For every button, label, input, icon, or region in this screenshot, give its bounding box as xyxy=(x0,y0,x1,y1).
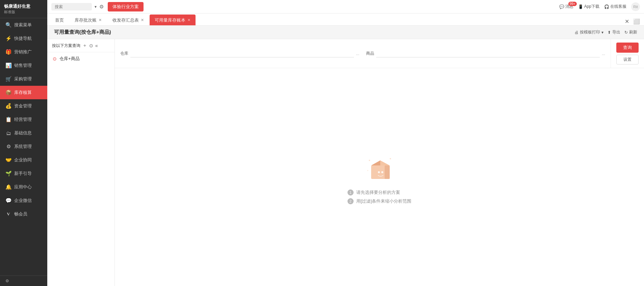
sidebar-item-label: 营销推广 xyxy=(14,49,32,55)
topbar-gear-icon[interactable]: ⚙ xyxy=(99,4,104,10)
export-label: 导出 xyxy=(612,29,620,35)
tab-batch-close[interactable]: ✕ xyxy=(99,18,102,22)
sidebar-item-marketing[interactable]: 🎁 营销推广 xyxy=(0,45,47,59)
print-dropdown-icon[interactable]: ▾ xyxy=(601,30,603,35)
inventory-icon: 📦 xyxy=(5,89,11,96)
sidebar-item-label: 采购管理 xyxy=(14,76,32,82)
sidebar-item-label: 新手引导 xyxy=(14,171,32,177)
warehouse-input[interactable] xyxy=(130,50,354,57)
svg-point-7 xyxy=(390,158,391,159)
sidebar-logo: 畅康通好生意 标准版 xyxy=(0,0,47,18)
tabs-bar: 首页 库存批次账 ✕ 收发存汇总表 ✕ 可用量库存账本 ✕ ✕ ⬜ xyxy=(47,14,644,26)
tab-batch[interactable]: 库存批次账 ✕ xyxy=(70,15,107,25)
warehouse-more-btn[interactable]: ... xyxy=(356,51,359,56)
tab-home[interactable]: 首页 xyxy=(50,15,69,25)
topbar-dropdown-btn[interactable]: ▾ xyxy=(95,4,97,9)
messages-badge: 99+ xyxy=(568,2,577,6)
sidebar-item-inventory[interactable]: 📦 库存核算 xyxy=(0,86,47,99)
tab-available-label: 可用量库存账本 xyxy=(155,17,185,23)
export-icon: ⬆ xyxy=(608,30,611,35)
gear-icon: ⚙ xyxy=(5,144,11,150)
tab-summary-close[interactable]: ✕ xyxy=(141,18,144,22)
sidebar-item-purchase[interactable]: 🛒 采购管理 xyxy=(0,72,47,86)
tab-summary-label: 收发存汇总表 xyxy=(112,17,139,23)
scheme-label: 仓库+商品 xyxy=(59,56,80,62)
sidebar-item-shortcut[interactable]: ⚡ 快捷导航 xyxy=(0,32,47,45)
page-header-actions: 🖨 按模板打印 ▾ ⬆ 导出 ↻ 刷新 xyxy=(574,29,637,35)
svg-point-6 xyxy=(369,160,370,161)
export-action[interactable]: ⬆ 导出 xyxy=(608,29,620,35)
sidebar-item-wechat[interactable]: 💬 企业微信 xyxy=(0,194,47,207)
messages-link[interactable]: 💬 消息 99+ xyxy=(559,4,573,9)
sidebar-item-app[interactable]: 🔔 应用中心 xyxy=(0,180,47,194)
phone-icon: 📱 xyxy=(578,4,583,9)
trial-button[interactable]: 体验行业方案 xyxy=(108,2,144,11)
query-button[interactable]: 查询 xyxy=(616,43,639,53)
warehouse-label: 仓库 xyxy=(120,51,128,56)
handshake-icon: 🤝 xyxy=(5,157,11,163)
chart-icon: 📊 xyxy=(5,62,11,69)
page-header: 可用量查询(按仓库+商品) 🖨 按模板打印 ▾ ⬆ 导出 ↻ 刷新 xyxy=(47,26,644,39)
product-more-btn[interactable]: ... xyxy=(602,51,605,56)
folder-icon: 🗂 xyxy=(5,130,11,136)
sidebar-item-finance[interactable]: 💰 资金管理 xyxy=(0,99,47,113)
scheme-warehouse-product[interactable]: ⊙ 仓库+商品 xyxy=(47,52,114,65)
user-avatar[interactable]: Rit xyxy=(631,2,640,11)
empty-illustration xyxy=(363,150,396,184)
main-area: ▾ ⚙ 体验行业方案 💬 消息 99+ 📱 App下载 🎧 在线客服 Rit xyxy=(47,0,644,286)
shortcut-icon: ⚡ xyxy=(5,35,11,42)
maximize-tab-button[interactable]: ⬜ xyxy=(632,18,641,25)
settings-scheme-icon[interactable]: ⊙ xyxy=(89,43,93,48)
sidebar-item-label: 快捷导航 xyxy=(14,35,32,42)
sidebar-bottom[interactable]: ⚙ xyxy=(0,276,47,286)
hint-num-1: 1 xyxy=(347,189,354,196)
chat-icon: 💬 xyxy=(5,198,11,204)
svg-point-8 xyxy=(367,170,368,171)
product-filter-field: 商品 ... xyxy=(366,50,605,57)
settings-icon: ⚙ xyxy=(5,279,9,283)
sidebar-item-system[interactable]: ⚙ 系统管理 xyxy=(0,140,47,153)
filter-panel-title: 按以下方案查询 xyxy=(52,43,80,49)
print-label: 按模板打印 xyxy=(580,29,600,35)
sidebar-item-search[interactable]: 🔍 搜索菜单 xyxy=(0,18,47,32)
svg-marker-2 xyxy=(380,160,390,165)
money-icon: 💰 xyxy=(5,103,11,109)
empty-hint-2: 2 用[过滤]条件来缩小分析范围 xyxy=(347,198,411,204)
headset-icon: 🎧 xyxy=(604,4,609,9)
search-input[interactable] xyxy=(51,3,92,10)
refresh-action[interactable]: ↻ 刷新 xyxy=(624,29,637,35)
hint-num-2: 2 xyxy=(347,198,354,204)
tab-summary[interactable]: 收发存汇总表 ✕ xyxy=(107,15,149,25)
app-download-link[interactable]: 📱 App下载 xyxy=(578,4,599,9)
close-tab-button[interactable]: ✕ xyxy=(623,18,630,25)
add-scheme-icon[interactable]: ＋ xyxy=(82,43,87,49)
filters-row-fields: 仓库 ... 商品 ... xyxy=(115,39,611,68)
sidebar-item-label: 搜索菜单 xyxy=(14,22,32,28)
print-action[interactable]: 🖨 按模板打印 ▾ xyxy=(574,29,603,35)
filters-row: 仓库 ... 商品 ... 查询 设置 xyxy=(115,39,644,68)
empty-hints: 1 请先选择要分析的方案 2 用[过滤]条件来缩小分析范围 xyxy=(347,189,411,204)
collapse-panel-icon[interactable]: « xyxy=(95,43,98,48)
plant-icon: 🌱 xyxy=(5,171,11,177)
svg-marker-1 xyxy=(371,160,380,165)
sidebar-item-label: 基础信息 xyxy=(14,130,32,136)
sidebar-item-label: 经营管理 xyxy=(14,116,32,123)
sidebar-item-enterprise[interactable]: 🤝 企业协同 xyxy=(0,153,47,167)
online-service-link[interactable]: 🎧 在线客服 xyxy=(604,4,626,9)
sidebar-item-basic[interactable]: 🗂 基础信息 xyxy=(0,126,47,140)
online-service-label: 在线客服 xyxy=(610,4,626,9)
sidebar-item-member[interactable]: V 畅会员 xyxy=(0,207,47,221)
sidebar-item-label: 资金管理 xyxy=(14,103,32,109)
tab-available[interactable]: 可用量库存账本 ✕ xyxy=(150,15,196,25)
empty-hint-1: 1 请先选择要分析的方案 xyxy=(347,189,411,196)
tabs-right-controls: ✕ ⬜ xyxy=(623,18,641,25)
tab-available-close[interactable]: ✕ xyxy=(187,18,190,22)
sidebar-item-sales[interactable]: 📊 销售管理 xyxy=(0,59,47,72)
svg-point-5 xyxy=(381,171,383,173)
hint-text-2: 用[过滤]条件来缩小分析范围 xyxy=(356,198,411,204)
sidebar-item-operations[interactable]: 📋 经营管理 xyxy=(0,113,47,126)
settings-button[interactable]: 设置 xyxy=(616,55,639,64)
sidebar-item-newbie[interactable]: 🌱 新手引导 xyxy=(0,167,47,180)
scheme-icon: ⊙ xyxy=(53,56,57,61)
product-input[interactable] xyxy=(376,50,600,57)
